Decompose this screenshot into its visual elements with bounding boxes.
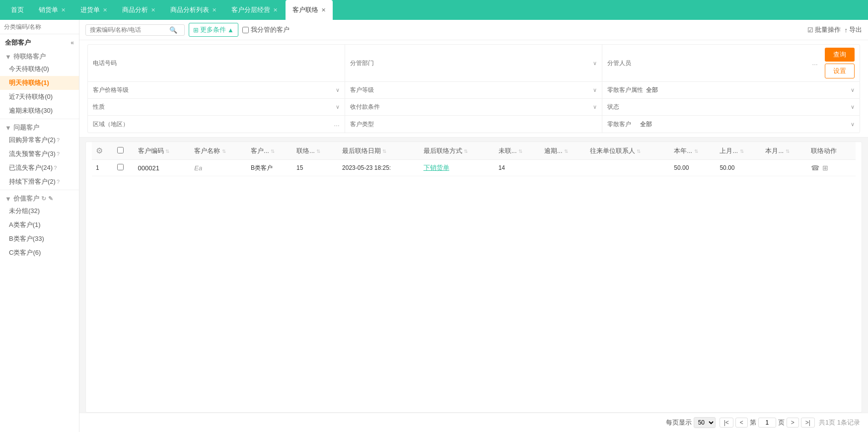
help-icon-2[interactable]: ? [54, 165, 57, 171]
help-icon-0[interactable]: ? [57, 137, 60, 143]
total-info: 共1页 1条记录 [819, 418, 860, 427]
select-all-checkbox[interactable] [117, 147, 124, 153]
nav-tab-purchase[interactable]: 进货单 ✕ [73, 0, 114, 20]
prev-page-button[interactable]: < [735, 418, 748, 428]
close-tab-purchase[interactable]: ✕ [103, 7, 107, 13]
filter-phone: 电话号码 [88, 45, 345, 82]
sidebar-item-repurchase-abnormal[interactable]: 回购异常客户(2) ? [0, 133, 79, 147]
help-icon-1[interactable]: ? [57, 151, 60, 157]
td-checkbox[interactable] [113, 160, 134, 176]
table-row: 1 000021 Ea B类客户 15 2023-05-23 18:25: 下销… [92, 160, 856, 176]
nav-home[interactable]: 首页 [4, 0, 31, 20]
close-tab-customer-layer[interactable]: ✕ [273, 7, 278, 13]
page-size-select[interactable]: 50 [694, 417, 716, 428]
sidebar-search-input[interactable] [4, 23, 78, 30]
th-action[interactable]: 联络动作 [807, 142, 856, 160]
pending-group-label: ▼ 待联络客户 [0, 49, 79, 62]
th-unit-contact[interactable]: 往来单位联系人 ⇅ [586, 142, 670, 160]
td-action[interactable]: ☎ ⊞ [807, 160, 856, 176]
value-group-refresh[interactable]: ↻ [41, 195, 46, 202]
row-checkbox[interactable] [117, 164, 124, 170]
filter-retail-attr-select[interactable]: 全部 ∨ [646, 86, 855, 94]
filter-gender-select[interactable]: ∨ [126, 104, 340, 110]
th-gear[interactable]: ⚙ [92, 142, 113, 160]
th-type[interactable]: 客户... ⇅ [247, 142, 292, 160]
close-tab-analysis-list[interactable]: ✕ [212, 7, 217, 13]
filter-payment-select[interactable]: ∨ [383, 104, 597, 110]
page-number-input[interactable] [758, 418, 776, 428]
filter-manager: 分管人员 … 查询 设置 [602, 45, 860, 82]
filter-dept-select[interactable]: ∨ [383, 60, 597, 67]
export-button[interactable]: ↑ 导出 [845, 25, 863, 34]
my-customers-checkbox-label[interactable]: 我分管的客户 [242, 25, 289, 34]
th-last-month[interactable]: 上月... ⇅ [716, 142, 761, 160]
filter-customer-level-select[interactable]: ∨ [383, 87, 597, 93]
nav-tab-sales[interactable]: 销货单 ✕ [32, 0, 72, 20]
sidebar-item-overdue-pending[interactable]: 逾期未联络(30) [0, 104, 79, 118]
filter-retail-customer-select[interactable]: 全部 ∨ [640, 120, 855, 129]
th-this-year[interactable]: 本年... ⇅ [670, 142, 716, 160]
contact-method-link[interactable]: 下销货单 [424, 164, 449, 171]
filter-phone-input[interactable] [126, 60, 340, 67]
nav-tab-analysis-list[interactable]: 商品分析列表 ✕ [163, 0, 223, 20]
nav-tab-customer-contact[interactable]: 客户联络 ✕ [286, 0, 333, 20]
close-tab-customer-contact[interactable]: ✕ [321, 7, 326, 13]
filter-region-select[interactable]: … [132, 121, 340, 128]
td-no: 1 [92, 160, 113, 176]
help-icon-3[interactable]: ? [57, 179, 60, 185]
th-last-contact-method[interactable]: 最后联络方式 ⇅ [420, 142, 495, 160]
td-last-contact-date: 2023-05-23 18:25: [338, 160, 420, 176]
th-checkbox[interactable] [113, 142, 134, 160]
sidebar-item-c-class[interactable]: C类客户(6) [0, 246, 79, 260]
retail-customer-chevron-icon: ∨ [851, 121, 855, 128]
first-page-button[interactable]: |< [720, 418, 733, 428]
sidebar-item-a-class[interactable]: A类客户(1) [0, 218, 79, 232]
filter-icon: ⊞ [193, 26, 199, 34]
th-last-contact-date[interactable]: 最后联络日期 ⇅ [338, 142, 420, 160]
th-uncontacted[interactable]: 未联... ⇅ [495, 142, 540, 160]
td-last-contact-method[interactable]: 下销货单 [420, 160, 495, 176]
last-page-button[interactable]: >| [801, 418, 815, 428]
batch-operation-button[interactable]: ☑ 批量操作 [807, 25, 841, 34]
sidebar-item-today-pending[interactable]: 今天待联络(0) [0, 62, 79, 76]
toolbar-search-icon[interactable]: 🔍 [169, 26, 177, 34]
sidebar-item-b-class[interactable]: B类客户(33) [0, 232, 79, 246]
reset-button[interactable]: 设置 [825, 64, 855, 78]
query-button[interactable]: 查询 [825, 48, 855, 62]
value-group-triangle: ▼ [5, 195, 11, 203]
sidebar-item-churn-warning[interactable]: 流失预警客户(3) ? [0, 147, 79, 161]
nav-tab-customer-layer[interactable]: 客户分层经营 ✕ [224, 0, 285, 20]
sidebar-item-week-pending[interactable]: 近7天待联络(0) [0, 90, 79, 104]
contact-action-icon[interactable]: ☎ [811, 164, 819, 172]
content-area: 🔍 ⊞ 更多条件 ▲ 我分管的客户 ☑ 批量操作 ↑ 导出 [79, 20, 868, 432]
value-group-label: ▼ 价值客户 ↻ ✎ [0, 191, 79, 204]
nav-tab-analysis[interactable]: 商品分析 ✕ [115, 0, 162, 20]
filter-customer-price-select[interactable]: ∨ [132, 87, 340, 93]
close-tab-sales[interactable]: ✕ [61, 7, 66, 13]
all-customers-header[interactable]: 全部客户 « [0, 34, 79, 49]
th-overdue[interactable]: 逾期... ⇅ [540, 142, 586, 160]
filter-phone-label: 电话号码 [93, 59, 123, 68]
filter-manager-dots[interactable]: … [812, 60, 818, 67]
sidebar-item-ungrouped[interactable]: 未分组(32) [0, 204, 79, 218]
next-page-button[interactable]: > [787, 418, 799, 428]
td-code: 000021 [134, 160, 191, 176]
region-dots[interactable]: … [334, 121, 340, 128]
retail-attr-chevron-icon: ∨ [851, 87, 855, 93]
more-filter-button[interactable]: ⊞ 更多条件 ▲ [189, 23, 238, 37]
more-action-icon[interactable]: ⊞ [822, 164, 828, 172]
sidebar-item-churned[interactable]: 已流失客户(24) ? [0, 161, 79, 175]
sidebar-item-declining[interactable]: 持续下滑客户(2) ? [0, 175, 79, 189]
filter-status-select[interactable]: ∨ [640, 104, 855, 110]
toolbar-search-input[interactable] [90, 26, 169, 33]
my-customers-checkbox[interactable] [242, 27, 249, 33]
divider-2 [0, 190, 79, 190]
td-name: Ea [190, 160, 247, 176]
value-group-edit[interactable]: ✎ [48, 195, 53, 202]
th-code[interactable]: 客户编码 ⇅ [134, 142, 191, 160]
th-this-month[interactable]: 本月... ⇅ [761, 142, 807, 160]
sidebar-item-tomorrow-pending[interactable]: 明天待联络(1) [0, 76, 79, 90]
close-tab-analysis[interactable]: ✕ [151, 7, 155, 13]
th-contacts[interactable]: 联络... ⇅ [292, 142, 338, 160]
th-name[interactable]: 客户名称 ⇅ [190, 142, 247, 160]
